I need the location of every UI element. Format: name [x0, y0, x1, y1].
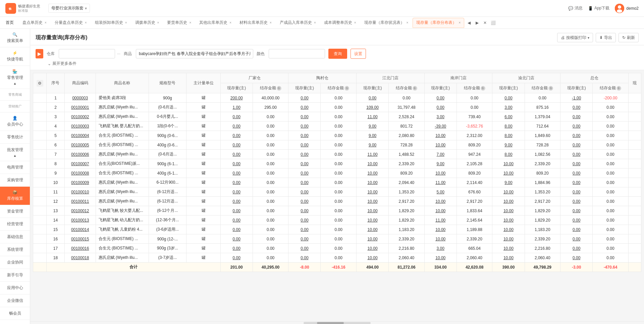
row-changjiachang-curr[interactable]: 0.00	[220, 234, 253, 244]
sidebar-item-search[interactable]: 🔍 搜索英单	[0, 29, 30, 47]
row-total-curr[interactable]: 0.00	[560, 206, 593, 216]
row-changjiachang-curr[interactable]: 0.00	[220, 112, 253, 122]
sidebar-item-enterprise[interactable]: 企业协同	[0, 256, 30, 269]
row-total-curr[interactable]: 0.00	[560, 234, 593, 244]
tab-close-icon[interactable]: ×	[459, 21, 461, 25]
row-jiangbei-curr[interactable]: 10.00	[357, 197, 389, 206]
row-nanan-curr[interactable]: 9.00	[424, 159, 457, 169]
row-changjiachang-curr[interactable]: 0.00	[220, 225, 253, 234]
row-total-curr[interactable]: 0.00	[560, 159, 593, 169]
row-total-curr[interactable]: 0.00	[560, 216, 593, 225]
message-btn[interactable]: 💬 消息	[568, 5, 583, 11]
info-icon[interactable]: ①	[548, 86, 553, 91]
row-jiangbei-curr[interactable]: 10.00	[357, 169, 389, 178]
color-input[interactable]	[269, 49, 325, 58]
row-code[interactable]: 00100005	[64, 140, 96, 150]
row-taocun-curr[interactable]: 0.00	[288, 112, 321, 122]
row-total-curr[interactable]: 0.00	[560, 178, 593, 187]
row-taocun-curr[interactable]: 0.00	[288, 225, 321, 234]
row-yubei-curr[interactable]: 10.00	[492, 159, 525, 169]
row-taocun-curr[interactable]: 0.00	[288, 159, 321, 169]
row-yubei-curr[interactable]: 9.00	[492, 140, 525, 150]
row-code[interactable]: 00100018	[64, 253, 96, 263]
row-total-curr[interactable]: 0.00	[560, 187, 593, 197]
row-yubei-curr[interactable]: 8.00	[492, 122, 525, 131]
row-total-curr[interactable]: 0.00	[560, 244, 593, 253]
row-changjiachang-curr[interactable]: 0.00	[220, 197, 253, 206]
tab-qita[interactable]: 其他出库单历史 ×	[196, 18, 235, 28]
tab-zuhe[interactable]: 组装拆卸单历史 ×	[91, 18, 131, 28]
row-code[interactable]: 00100006	[64, 150, 96, 159]
tab-close-icon[interactable]: ×	[270, 21, 272, 25]
row-jiangbei-curr[interactable]: 10.00	[357, 159, 389, 169]
tab-yaohuo[interactable]: 要货单历史 ×	[163, 18, 195, 28]
query-btn[interactable]: 查询	[328, 49, 347, 59]
row-taocun-curr[interactable]: 0.00	[288, 140, 321, 150]
row-jiangbei-curr[interactable]: 0.00	[357, 93, 389, 103]
row-changjiachang-curr[interactable]: 200.00	[220, 93, 253, 103]
sidebar-item-purchase[interactable]: 采购管理	[0, 174, 30, 187]
row-taocun-curr[interactable]: 0.00	[288, 150, 321, 159]
row-nanan-curr[interactable]: 10.00	[424, 169, 457, 178]
row-yubei-curr[interactable]: 10.00	[492, 206, 525, 216]
tab-chengben[interactable]: 成本调整单历史 ×	[320, 18, 360, 28]
row-nanan-curr[interactable]: 3.00	[424, 112, 457, 122]
row-total-curr[interactable]: 0.00	[560, 103, 593, 112]
row-code[interactable]: 00100010	[64, 187, 96, 197]
row-taocun-curr[interactable]: 0.00	[288, 178, 321, 187]
row-total-curr[interactable]: -1.00	[560, 93, 593, 103]
tab-close-icon[interactable]: ×	[85, 21, 87, 25]
info-icon[interactable]: ①	[481, 86, 485, 91]
row-nanan-curr[interactable]: 10.00	[424, 234, 457, 244]
row-code[interactable]: 00100015	[64, 234, 96, 244]
row-changjiachang-curr[interactable]: 0.00	[220, 122, 253, 131]
row-nanan-curr[interactable]: 11.00	[424, 178, 457, 187]
row-jiangbei-curr[interactable]: 11.00	[357, 150, 389, 159]
row-yubei-curr[interactable]: 10.00	[492, 234, 525, 244]
sidebar-item-ecommerce[interactable]: 电商管理	[0, 161, 30, 174]
row-taocun-curr[interactable]: 0.00	[288, 206, 321, 216]
row-yubei-curr[interactable]: 3.00	[492, 103, 525, 112]
sidebar-item-basic[interactable]: 基础信息	[0, 231, 30, 243]
row-nanan-curr[interactable]: 10.00	[424, 225, 457, 234]
settings-icon[interactable]: ⚙	[37, 80, 43, 87]
row-code[interactable]: 00100013	[64, 216, 96, 225]
row-total-curr[interactable]: 0.00	[560, 150, 593, 159]
sidebar-item-system[interactable]: 系统管理	[0, 243, 30, 256]
row-jiangbei-curr[interactable]: 10.00	[357, 225, 389, 234]
row-changjiachang-curr[interactable]: 0.00	[220, 216, 253, 225]
row-yubei-curr[interactable]: 8.00	[492, 150, 525, 159]
row-changjiachang-curr[interactable]: 0.00	[220, 140, 253, 150]
row-code[interactable]: 00100003	[64, 122, 96, 131]
row-nanan-curr[interactable]: 0.00	[424, 103, 457, 112]
row-nanan-curr[interactable]: -39.00	[424, 122, 457, 131]
row-nanan-curr[interactable]: 10.00	[424, 140, 457, 150]
sidebar-item-wecom[interactable]: 企业微信	[0, 294, 30, 307]
sidebar-item-finance[interactable]: 资金管理	[0, 205, 30, 218]
row-yubei-curr[interactable]: 0.00	[492, 93, 525, 103]
tab-close-icon[interactable]: ×	[229, 21, 231, 25]
row-total-curr[interactable]: 0.00	[560, 225, 593, 234]
row-code[interactable]: 00100016	[64, 244, 96, 253]
row-taocun-curr[interactable]: 0.00	[288, 103, 321, 112]
tab-close-icon[interactable]: ×	[354, 21, 356, 25]
row-nanan-curr[interactable]: 0.00	[424, 93, 457, 103]
sidebar-item-wholesale[interactable]: 批发管理 ▲	[0, 144, 30, 161]
sidebar-item-appstore[interactable]: 应用中心	[0, 282, 30, 294]
tab-next-btn[interactable]: ▶	[473, 19, 481, 27]
tab-prev-btn[interactable]: ◀	[465, 19, 473, 27]
row-total-curr[interactable]: 0.00	[560, 169, 593, 178]
row-changjiachang-curr[interactable]: 0.00	[220, 131, 253, 140]
sidebar-item-member2[interactable]: 畅会员	[0, 307, 30, 320]
row-yubei-curr[interactable]: 10.00	[492, 197, 525, 206]
row-jiangbei-curr[interactable]: 9.00	[357, 131, 389, 140]
tab-close-all-btn[interactable]: ✕	[481, 19, 489, 27]
row-jiangbei-curr[interactable]: 10.00	[357, 234, 389, 244]
row-changjiachang-curr[interactable]: 0.00	[220, 244, 253, 253]
row-taocun-curr[interactable]: 0.00	[288, 122, 321, 131]
row-code[interactable]: 00100001	[64, 103, 96, 112]
row-total-curr[interactable]: 0.00	[560, 112, 593, 122]
info-icon[interactable]: ①	[344, 86, 349, 91]
tab-close-icon[interactable]: ×	[407, 21, 409, 25]
tab-diaob[interactable]: 调拨单历史 ×	[131, 18, 163, 28]
